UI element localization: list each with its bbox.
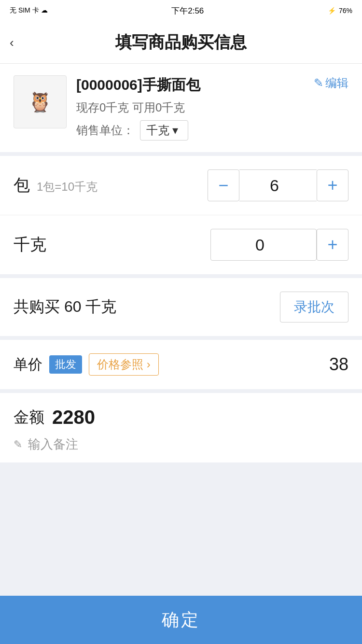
batch-button[interactable]: 录批次 [280, 292, 348, 322]
kg-plus-button[interactable]: + [317, 229, 348, 261]
total-row: 共购买 60 千克 录批次 [0, 278, 362, 340]
status-bar: 无 SIM 卡 ☁ 下午2:56 ⚡ 76% [0, 0, 362, 21]
chevron-down-icon: ▾ [172, 124, 178, 137]
kg-row: 千克 + [0, 215, 362, 278]
edit-label: 编辑 [325, 75, 348, 91]
pack-control: − + [208, 169, 348, 201]
nav-bar: ‹ 填写商品购买信息 [0, 21, 362, 64]
edit-button[interactable]: ✎ 编辑 [314, 75, 348, 91]
kg-label: 千克 [14, 234, 46, 256]
status-time: 下午2:56 [171, 5, 204, 16]
price-value: 38 [329, 354, 348, 375]
product-logo-icon: 🦉 [28, 91, 52, 113]
page-title: 填写商品购买信息 [115, 31, 247, 54]
amount-section: 金额 2280 ✎ 输入备注 [0, 393, 362, 466]
amount-label: 金额 [14, 407, 44, 428]
product-header: [0000006]手撕面包 ✎ 编辑 [76, 75, 348, 95]
product-card: 🦉 [0000006]手撕面包 ✎ 编辑 现存0千克 可用0千克 销售单位： 千… [0, 64, 362, 156]
price-section: 单价 批发 价格参照 › 38 [0, 340, 362, 393]
price-type-tag: 批发 [49, 355, 82, 374]
pack-input[interactable] [239, 169, 317, 201]
product-unit-row: 销售单位： 千克 ▾ [76, 120, 348, 140]
edit-icon: ✎ [314, 76, 323, 90]
price-ref-button[interactable]: 价格参照 › [89, 353, 159, 376]
pack-label: 包 [14, 174, 30, 196]
back-button[interactable]: ‹ [10, 36, 14, 49]
kg-input[interactable] [210, 229, 317, 261]
pack-label-group: 包 1包=10千克 [14, 174, 97, 196]
total-label: 共购买 60 千克 [14, 296, 116, 318]
amount-row: 金额 2280 [14, 406, 348, 428]
product-stock: 现存0千克 可用0千克 [76, 100, 348, 115]
unit-value: 千克 [146, 123, 169, 138]
price-label: 单价 [14, 355, 42, 375]
product-image: 🦉 [14, 75, 67, 128]
confirm-button[interactable]: 确定 [0, 596, 362, 644]
remark-row[interactable]: ✎ 输入备注 [14, 436, 348, 453]
price-ref-label: 价格参照 › [97, 357, 151, 372]
pack-row: 包 1包=10千克 − + [0, 156, 362, 215]
remark-placeholder: 输入备注 [28, 436, 78, 453]
status-right: ⚡ 76% [328, 7, 352, 14]
pack-sub: 1包=10千克 [37, 179, 97, 195]
kg-label-group: 千克 [14, 234, 46, 256]
battery-level: 76% [339, 7, 352, 14]
status-left: 无 SIM 卡 ☁ [10, 6, 48, 15]
unit-label: 销售单位： [76, 123, 134, 138]
pack-plus-button[interactable]: + [317, 169, 348, 201]
product-info: [0000006]手撕面包 ✎ 编辑 现存0千克 可用0千克 销售单位： 千克 … [76, 75, 348, 140]
price-row: 单价 批发 价格参照 › 38 [0, 340, 362, 389]
pack-minus-button[interactable]: − [208, 169, 239, 201]
pencil-icon: ✎ [14, 438, 22, 451]
battery-icon: ⚡ [328, 7, 336, 14]
kg-control: + [210, 229, 348, 261]
amount-value: 2280 [52, 406, 95, 428]
unit-select[interactable]: 千克 ▾ [140, 120, 188, 140]
product-name: [0000006]手撕面包 [76, 75, 314, 95]
price-left: 单价 批发 价格参照 › [14, 353, 159, 376]
